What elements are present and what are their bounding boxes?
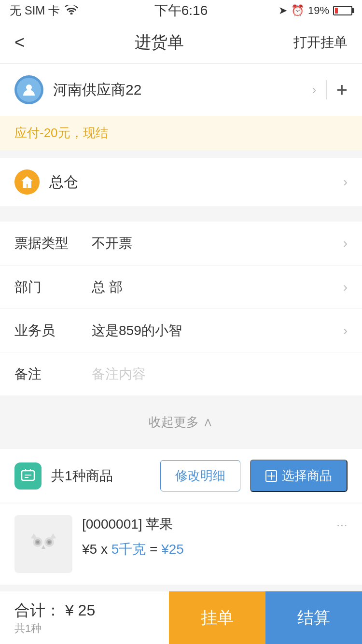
product-section-icon xyxy=(14,462,42,490)
product-code: [0000001] xyxy=(82,517,142,532)
product-thumb-owl xyxy=(24,525,63,563)
status-bar: 无 SIM 卡 下午6:16 ➤ ⏰ 19% xyxy=(0,0,362,21)
bottom-bar: 合计： ¥ 25 共1种 挂单 结算 xyxy=(0,591,362,644)
total-count: 共1种 xyxy=(14,621,154,636)
equals-label: = xyxy=(150,542,157,557)
select-product-button[interactable]: 选择商品 xyxy=(250,460,348,492)
product-more-button[interactable]: ··· xyxy=(336,517,348,532)
battery-icon xyxy=(333,6,352,15)
product-name: [0000001] 苹果 xyxy=(82,515,327,533)
supplier-section: 河南供应商22 › + 应付-20元，现结 xyxy=(0,64,362,150)
product-count: 共1种商品 xyxy=(51,467,151,485)
department-row[interactable]: 部门 总 部 › xyxy=(0,265,362,308)
remark-input[interactable]: 备注内容 xyxy=(82,365,348,383)
nav-bar: < 进货单 打开挂单 xyxy=(0,21,362,64)
back-button[interactable]: < xyxy=(14,32,25,53)
cart-icon xyxy=(21,469,35,483)
total-label: 合计： xyxy=(14,602,61,619)
home-icon xyxy=(20,175,34,189)
invoice-label: 票据类型 xyxy=(14,234,82,252)
salesman-chevron: › xyxy=(343,323,348,338)
person-icon xyxy=(21,82,37,98)
salesman-value: 这是859的小智 xyxy=(82,322,343,340)
quantity-label: 5千克 xyxy=(111,542,146,557)
total-price: ¥25 xyxy=(161,542,184,557)
warehouse-section: 总仓 › xyxy=(0,158,362,206)
product-header: 共1种商品 修改明细 选择商品 xyxy=(0,449,362,503)
total-section: 合计： ¥ 25 共1种 xyxy=(0,591,169,644)
product-title: 苹果 xyxy=(146,517,173,532)
invoice-row[interactable]: 票据类型 不开票 › xyxy=(0,222,362,265)
divider xyxy=(326,80,327,99)
collapse-label: 收起更多 ∧ xyxy=(149,415,213,429)
supplier-chevron: › xyxy=(312,82,316,98)
invoice-chevron: › xyxy=(343,236,348,251)
remark-row[interactable]: 备注 备注内容 xyxy=(0,352,362,395)
form-section: 票据类型 不开票 › 部门 总 部 › 业务员 这是859的小智 › 备注 备注… xyxy=(0,222,362,395)
collapse-bar[interactable]: 收起更多 ∧ xyxy=(0,403,362,441)
department-value: 总 部 xyxy=(82,278,343,296)
product-thumbnail xyxy=(14,515,72,573)
total-value: ¥ 25 xyxy=(65,602,95,619)
warehouse-chevron: › xyxy=(343,174,348,190)
location-icon: ➤ xyxy=(278,4,287,17)
open-pending-button[interactable]: 打开挂单 xyxy=(293,33,348,52)
supplier-row[interactable]: 河南供应商22 › + xyxy=(0,64,362,116)
invoice-value: 不开票 xyxy=(82,234,343,252)
add-supplier-button[interactable]: + xyxy=(336,79,348,101)
svg-point-0 xyxy=(26,84,32,90)
product-info: [0000001] 苹果 ¥5 x 5千克 = ¥25 xyxy=(82,515,327,559)
pending-button[interactable]: 挂单 xyxy=(169,591,265,644)
alarm-icon: ⏰ xyxy=(291,4,304,17)
notice-bar: 应付-20元，现结 xyxy=(0,116,362,150)
multiply-label: x xyxy=(101,542,108,557)
product-item: [0000001] 苹果 ¥5 x 5千克 = ¥25 ··· xyxy=(0,504,362,585)
salesman-row[interactable]: 业务员 这是859的小智 › xyxy=(0,308,362,352)
select-icon xyxy=(265,470,277,482)
department-chevron: › xyxy=(343,280,348,295)
department-label: 部门 xyxy=(14,278,82,296)
supplier-name: 河南供应商22 xyxy=(53,80,312,100)
svg-point-13 xyxy=(48,541,51,544)
battery-percent: 19% xyxy=(308,4,329,17)
status-left: 无 SIM 卡 xyxy=(10,3,78,18)
price-unit: ¥5 xyxy=(82,542,97,557)
total-amount: 合计： ¥ 25 xyxy=(14,600,154,621)
remark-label: 备注 xyxy=(14,365,82,383)
status-right: ➤ ⏰ 19% xyxy=(278,4,352,17)
checkout-button[interactable]: 结算 xyxy=(265,591,362,644)
supplier-avatar xyxy=(14,75,43,104)
salesman-label: 业务员 xyxy=(14,322,82,340)
page-title: 进货单 xyxy=(135,31,184,54)
select-product-label: 选择商品 xyxy=(282,467,332,484)
warehouse-name: 总仓 xyxy=(49,172,343,192)
notice-text: 应付-20元，现结 xyxy=(14,126,108,140)
carrier-label: 无 SIM 卡 xyxy=(10,3,60,18)
warehouse-icon xyxy=(14,169,40,195)
status-time: 下午6:16 xyxy=(154,1,208,20)
svg-point-7 xyxy=(25,526,62,562)
warehouse-row[interactable]: 总仓 › xyxy=(0,158,362,206)
wifi-icon xyxy=(65,4,78,17)
edit-detail-button[interactable]: 修改明细 xyxy=(160,460,240,491)
product-price: ¥5 x 5千克 = ¥25 xyxy=(82,540,327,559)
svg-point-12 xyxy=(36,541,39,544)
